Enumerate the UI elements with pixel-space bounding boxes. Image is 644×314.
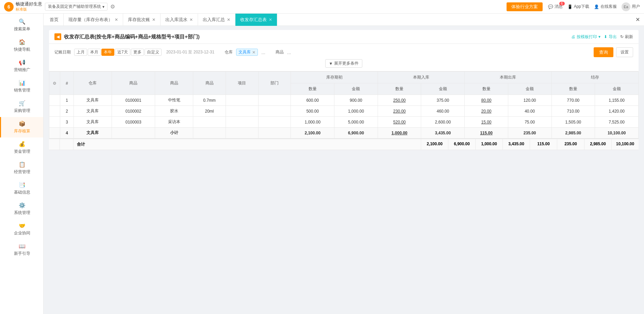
tab-recv-send-summary-close-icon[interactable]: ✕ bbox=[269, 18, 272, 22]
th-warehouse: 仓库 bbox=[74, 72, 112, 95]
table-cell-in-amount-2: 2,600.00 bbox=[421, 117, 465, 128]
sidebar-item-base-info[interactable]: 📑 基础信息 bbox=[0, 178, 43, 199]
th-in-group: 本期入库 bbox=[378, 72, 464, 83]
th-balance-qty: 数量 bbox=[551, 83, 595, 95]
tab-in-out-flow-close-icon[interactable]: ✕ bbox=[189, 18, 193, 22]
total-out-qty: 115.00 bbox=[530, 139, 557, 150]
app-download-label: App下载 bbox=[574, 4, 589, 10]
online-service-nav-item[interactable]: 👤 在线客服 bbox=[594, 4, 617, 10]
date-btn-more[interactable]: 更多 bbox=[131, 49, 144, 56]
total-balance-amount: 10,100.00 bbox=[611, 139, 639, 150]
tab-inventory-dist-close-icon[interactable]: ✕ bbox=[115, 18, 118, 22]
sidebar-item-finance[interactable]: 💰 资金管理 bbox=[0, 137, 43, 158]
message-nav-item[interactable]: 💬 消息 6 bbox=[548, 4, 563, 10]
table-cell-goods-0: 中性笔 bbox=[155, 95, 193, 106]
table-cell-out-qty-0[interactable]: 80.00 bbox=[465, 95, 508, 106]
table-cell-in-qty-2[interactable]: 520.00 bbox=[378, 117, 421, 128]
goods-more-icon[interactable]: ... bbox=[287, 50, 291, 55]
tab-in-out-summary[interactable]: 出入库汇总 ✕ bbox=[198, 14, 235, 26]
date-btn-this-month[interactable]: 本月 bbox=[88, 49, 101, 56]
tab-bar-close-button[interactable]: ✕ bbox=[631, 16, 644, 23]
table-cell-out-qty-1[interactable]: 20.00 bbox=[465, 106, 508, 117]
sidebar-item-inventory[interactable]: 📦 库存核算 bbox=[0, 117, 43, 137]
refresh-button[interactable]: ↻ 刷新 bbox=[620, 34, 633, 40]
date-shortcuts: 上月 本月 本年 近7天 更多 自定义 bbox=[74, 49, 162, 56]
sidebar-item-quick-nav[interactable]: 🏠 快捷导航 bbox=[0, 35, 43, 56]
sidebar-item-sales[interactable]: 📊 销售管理 bbox=[0, 76, 43, 97]
tab-inventory-dist[interactable]: 现存量（库存分布表） ✕ bbox=[64, 14, 123, 26]
sidebar-item-label: 营销推广 bbox=[14, 67, 30, 73]
expand-more-conditions-button[interactable]: ▼ 展开更多条件 bbox=[325, 59, 363, 68]
table-cell-opening-qty-2: 1,000.00 bbox=[291, 117, 334, 128]
sidebar-item-guide[interactable]: 📖 新手引导 bbox=[0, 239, 43, 260]
table-cell-out-qty-2[interactable]: 15.00 bbox=[465, 117, 508, 128]
query-button[interactable]: 查询 bbox=[594, 47, 613, 57]
dropdown-arrow-icon: ▾ bbox=[102, 4, 104, 9]
sidebar-item-label: 搜索菜单 bbox=[14, 26, 30, 32]
tab-batch-ledger[interactable]: 库存批次账 ✕ bbox=[123, 14, 161, 26]
app-container: 6 畅捷通好生意 标准版 装备及固定资产辅助管理系统 ▾ ⚙ 体验行业方案 💬 … bbox=[0, 0, 644, 314]
message-badge: 6 bbox=[559, 2, 565, 5]
top-bar: 6 畅捷通好生意 标准版 装备及固定资产辅助管理系统 ▾ ⚙ 体验行业方案 💬 … bbox=[0, 0, 644, 14]
table-cell-in-qty-1[interactable]: 230.00 bbox=[378, 106, 421, 117]
sidebar-item-label: 系统管理 bbox=[14, 210, 30, 216]
filter-settings-button[interactable]: 设置 bbox=[616, 47, 633, 57]
tab-inventory-dist-label: 现存量（库存分布表） bbox=[68, 17, 113, 23]
sidebar-item-marketing[interactable]: 📢 营销推广 bbox=[0, 56, 43, 76]
top-nav-icons: 💬 消息 6 📱 App下载 👤 在线客服 Ea 用户 bbox=[548, 2, 640, 11]
export-button[interactable]: ⬇ 导出 bbox=[604, 34, 617, 40]
date-btn-custom[interactable]: 自定义 bbox=[145, 49, 162, 56]
th-spec: 商品 bbox=[193, 72, 226, 95]
filter-row-1: 记账日期 上月 本月 本年 近7天 更多 自定义 2023-01-01 至 20… bbox=[54, 47, 633, 57]
date-btn-7days[interactable]: 近7天 bbox=[115, 49, 130, 56]
table-cell-balance-amount-0: 1,155.00 bbox=[595, 95, 639, 106]
sidebar-item-system[interactable]: ⚙️ 系统管理 bbox=[0, 199, 43, 219]
th-balance-group: 结存 bbox=[551, 72, 638, 83]
finance-icon: 💰 bbox=[19, 141, 26, 147]
table-cell-settings-1 bbox=[49, 106, 60, 117]
tab-batch-ledger-close-icon[interactable]: ✕ bbox=[152, 18, 155, 22]
export-label: 导出 bbox=[609, 34, 617, 40]
column-settings-icon[interactable]: ⚙ bbox=[53, 81, 56, 86]
app-download-nav-item[interactable]: 📱 App下载 bbox=[567, 4, 589, 10]
sidebar-item-enterprise[interactable]: 🤝 企业协同 bbox=[0, 219, 43, 239]
th-out-amount: 金额 bbox=[508, 83, 551, 95]
th-out-group: 本期出库 bbox=[465, 72, 551, 83]
warehouse-tag-close-icon[interactable]: ✕ bbox=[252, 50, 255, 55]
table-cell-balance-qty-1: 710.00 bbox=[551, 106, 595, 117]
table-cell-in-qty-0[interactable]: 250.00 bbox=[378, 95, 421, 106]
sidebar-item-purchase[interactable]: 🛒 采购管理 bbox=[0, 97, 43, 117]
tab-in-out-flow[interactable]: 出入库流水 ✕ bbox=[161, 14, 198, 26]
settings-icon[interactable]: ⚙ bbox=[110, 3, 115, 10]
date-btn-this-year[interactable]: 本年 bbox=[101, 49, 114, 56]
system-title-dropdown[interactable]: 装备及固定资产辅助管理系统 ▾ bbox=[45, 3, 108, 11]
table-cell-out-amount-2: 75.00 bbox=[508, 117, 551, 128]
print-dropdown-icon: ▾ bbox=[598, 34, 600, 39]
date-btn-last-month[interactable]: 上月 bbox=[74, 49, 87, 56]
export-icon: ⬇ bbox=[604, 34, 607, 39]
sidebar-item-label: 经营管理 bbox=[14, 169, 30, 175]
table-cell-warehouse-1: 文具库 bbox=[74, 106, 112, 117]
table-cell-code-2: 0100003 bbox=[112, 117, 155, 128]
table-cell-in-qty-3[interactable]: 1,000.00 bbox=[378, 128, 421, 138]
user-nav-item[interactable]: Ea 用户 bbox=[622, 2, 640, 11]
tab-recv-send-summary[interactable]: 收发存汇总表 ✕ bbox=[235, 14, 277, 26]
tab-home[interactable]: 首页 bbox=[45, 14, 64, 26]
brand-tag: 标准版 bbox=[16, 7, 42, 12]
total-in-qty: 1,000.00 bbox=[475, 139, 502, 150]
toggle-arrow-button[interactable]: ◀ bbox=[54, 33, 61, 40]
table-cell-dept-1 bbox=[258, 106, 291, 117]
warehouse-more-icon[interactable]: ... bbox=[261, 50, 265, 55]
print-button[interactable]: 🖨 按模板打印 ▾ bbox=[571, 34, 600, 40]
table-cell-code-0: 0100001 bbox=[112, 95, 155, 106]
user-avatar: Ea bbox=[622, 2, 630, 11]
sidebar-item-search-menu[interactable]: 🔍 搜索菜单 bbox=[0, 15, 43, 35]
table-cell-warehouse-3: 文具库 bbox=[74, 128, 112, 138]
tab-in-out-summary-close-icon[interactable]: ✕ bbox=[227, 18, 230, 22]
table-cell-goods-1: 胶水 bbox=[155, 106, 193, 117]
trial-button[interactable]: 体验行业方案 bbox=[507, 2, 543, 11]
table-cell-opening-amount-2: 5,000.00 bbox=[334, 117, 378, 128]
table-cell-num-1: 2 bbox=[60, 106, 74, 117]
table-cell-out-qty-3[interactable]: 115.00 bbox=[465, 128, 508, 138]
sidebar-item-operations[interactable]: 📋 经营管理 bbox=[0, 158, 43, 178]
